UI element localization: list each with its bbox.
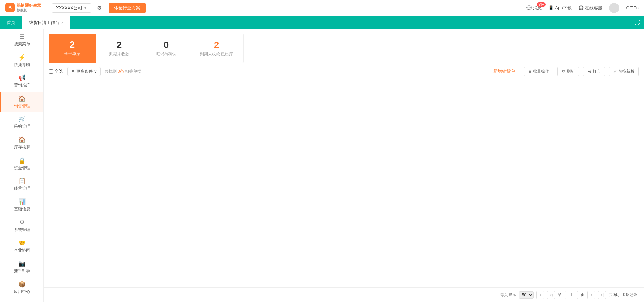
sidebar-item-sales[interactable]: 🏠 销售管理 [0, 92, 43, 112]
message-item[interactable]: 💬 消息 99+ [526, 5, 542, 11]
avatar[interactable] [609, 3, 619, 13]
sidebar-item-app-center[interactable]: 📦 应用中心 [0, 277, 43, 298]
active-tab-label: 钱货日清工作台 [29, 20, 59, 26]
sidebar: ☰ 搜索菜单 ⚡ 快捷导航 📢 营销推广 🏠 销售管理 🛒 采购管理 🏠 库存核… [0, 29, 44, 302]
system-icon: ⚙ [19, 219, 25, 226]
refresh-button[interactable]: ↻ 刷新 [557, 67, 579, 76]
message-icon: 💬 [526, 5, 532, 10]
online-service-item[interactable]: 🎧 在线客服 [578, 5, 602, 11]
sidebar-label-search-menu: 搜索菜单 [14, 42, 30, 47]
toolbar: 全选 ▼ 更多条件 ∨ 共找到 0条 相关单据 + 新增销货单 [44, 63, 644, 80]
maximize-icon[interactable]: ⛶ [635, 20, 640, 26]
footer-pagination: 每页显示 50 |◁ ◁ 第 页 ▷ ▷| 共0页，0条记录 [44, 287, 644, 302]
total-info: 共0页，0条记录 [609, 292, 637, 298]
active-tab[interactable]: 钱货日清工作台 × [22, 16, 70, 29]
sidebar-item-basic-info[interactable]: 📊 基础信息 [0, 195, 43, 216]
toolbar-left: 全选 ▼ 更多条件 ∨ 共找到 0条 相关单据 [49, 67, 481, 76]
basic-info-icon: 📊 [18, 198, 26, 205]
page-input[interactable] [565, 291, 578, 299]
batch-icon: ⊞ [528, 69, 532, 74]
sidebar-label-system: 系统管理 [14, 227, 30, 233]
sidebar-item-quick-nav[interactable]: ⚡ 快捷导航 [0, 50, 43, 71]
sidebar-label-inventory: 库存核算 [14, 145, 30, 150]
print-button[interactable]: 🖨 打印 [583, 67, 605, 76]
filter-button[interactable]: ▼ 更多条件 ∨ [67, 67, 101, 76]
content-area: 2 全部单据 2 到期未收款 0 旺辅待确认 2 到期未收款 已出库 [44, 29, 644, 302]
sidebar-item-wechat[interactable]: 💬 企业微信 [0, 298, 43, 302]
switch-version-button[interactable]: ⇄ 切换新版 [609, 67, 639, 76]
app-center-icon: 📦 [18, 281, 26, 288]
inventory-icon: 🏠 [18, 136, 26, 143]
stat-label-pending: 旺辅待确认 [150, 51, 183, 57]
service-icon: 🎧 [578, 5, 584, 10]
sidebar-label-finance: 资金管理 [14, 166, 30, 171]
sidebar-item-search-menu[interactable]: ☰ 搜索菜单 [0, 29, 43, 50]
stat-label-all: 全部单据 [56, 51, 89, 57]
purchase-icon: 🛒 [18, 115, 26, 123]
switch-icon: ⇄ [613, 69, 617, 74]
per-page-select[interactable]: 50 [519, 291, 534, 299]
first-page-button[interactable]: |◁ [536, 291, 544, 299]
select-all-checkbox[interactable]: 全选 [49, 68, 63, 74]
stat-number-all: 2 [56, 39, 89, 50]
table-area [44, 80, 644, 287]
sales-icon: 🏠 [18, 95, 26, 102]
logo-text: 畅捷通好生意 标准版 [17, 3, 41, 12]
stat-card-all[interactable]: 2 全部单据 [49, 34, 96, 63]
print-icon: 🖨 [587, 69, 591, 74]
app-download-icon: 📱 [548, 5, 554, 10]
sidebar-item-guide[interactable]: 📷 新手引导 [0, 257, 43, 278]
sidebar-item-operation[interactable]: 📋 经营管理 [0, 174, 43, 195]
select-all-input[interactable] [49, 69, 53, 74]
batch-button[interactable]: ⊞ 批量操作 [524, 67, 553, 76]
stat-card-out[interactable]: 2 到期未收款 已出库 [190, 34, 244, 63]
operation-icon: 📋 [18, 177, 26, 185]
stats-row: 2 全部单据 2 到期未收款 0 旺辅待确认 2 到期未收款 已出库 [44, 29, 644, 63]
stat-card-pending[interactable]: 0 旺辅待确认 [143, 34, 190, 63]
settings-button[interactable]: ⚙ [94, 3, 105, 13]
sidebar-item-enterprise[interactable]: 🤝 企业协同 [0, 236, 43, 257]
found-text: 共找到 0条 相关单据 [105, 69, 141, 74]
switch-label: 切换新版 [618, 69, 634, 74]
sidebar-item-system[interactable]: ⚙ 系统管理 [0, 215, 43, 236]
logo-icon: B [5, 3, 15, 12]
prev-page-button[interactable]: ◁ [547, 291, 555, 299]
main-layout: ☰ 搜索菜单 ⚡ 快捷导航 📢 营销推广 🏠 销售管理 🛒 采购管理 🏠 库存核… [0, 29, 644, 302]
sidebar-label-operation: 经营管理 [14, 186, 30, 191]
marketing-icon: 📢 [18, 74, 26, 81]
home-tab[interactable]: 首页 [0, 16, 22, 29]
sidebar-label-guide: 新手引导 [14, 269, 30, 274]
company-selector[interactable]: XXXXXX公司 ▼ [52, 3, 91, 13]
sidebar-item-finance[interactable]: 🔒 资金管理 [0, 154, 43, 174]
online-service-label: 在线客服 [585, 5, 602, 11]
sidebar-label-app-center: 应用中心 [14, 289, 30, 295]
filter-arrow-icon: ∨ [94, 69, 97, 74]
logo-area: B 畅捷通好生意 标准版 [5, 3, 49, 12]
add-sale-button[interactable]: + 新增销货单 [485, 67, 520, 76]
stat-number-out: 2 [197, 39, 236, 51]
user-name[interactable]: OfTEn [626, 5, 639, 10]
select-all-label: 全选 [55, 68, 63, 74]
quick-nav-icon: ⚡ [18, 54, 26, 61]
minimize-icon[interactable]: — [627, 20, 632, 26]
sidebar-item-purchase[interactable]: 🛒 采购管理 [0, 112, 43, 133]
enterprise-icon: 🤝 [18, 239, 26, 247]
page-label-end: 页 [581, 292, 585, 298]
app-download-item[interactable]: 📱 App下载 [548, 5, 572, 11]
sidebar-item-inventory[interactable]: 🏠 库存核算 [0, 133, 43, 154]
next-page-button[interactable]: ▷ [587, 291, 595, 299]
refresh-icon: ↻ [562, 69, 565, 74]
guide-icon: 📷 [18, 260, 26, 267]
tab-bar-right: — ⛶ [627, 20, 644, 26]
sidebar-label-enterprise: 企业协同 [14, 248, 30, 253]
trial-button[interactable]: 体验行业方案 [109, 3, 146, 13]
app-download-label: App下载 [555, 5, 572, 11]
close-tab-icon[interactable]: × [61, 21, 63, 25]
stat-label-overdue: 到期未收款 [103, 51, 136, 57]
stat-number-overdue: 2 [103, 39, 136, 51]
search-menu-icon: ☰ [19, 33, 25, 40]
last-page-button[interactable]: ▷| [598, 291, 606, 299]
sidebar-item-marketing[interactable]: 📢 营销推广 [0, 71, 43, 92]
stat-card-overdue[interactable]: 2 到期未收款 [96, 34, 143, 63]
found-count: 0条 [118, 69, 124, 74]
